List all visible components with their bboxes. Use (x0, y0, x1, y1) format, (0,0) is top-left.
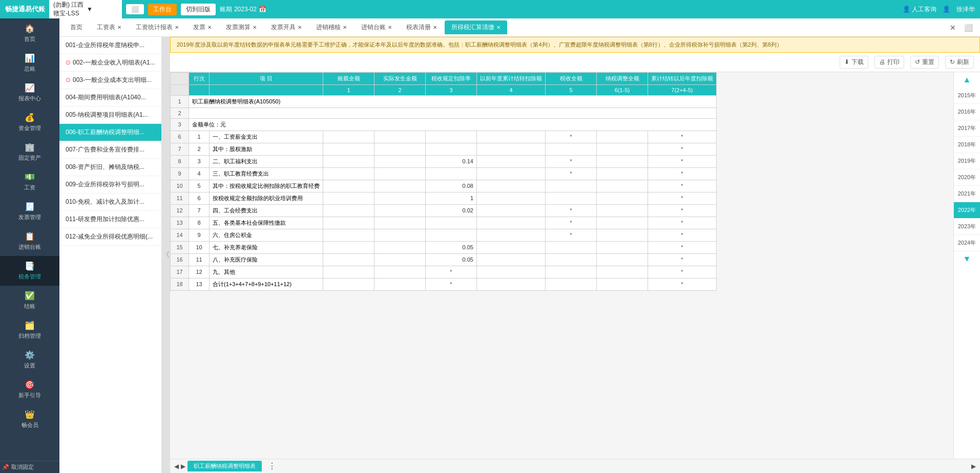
g-1: * (546, 131, 597, 143)
sheet-nav-left[interactable]: ◀ (174, 463, 179, 470)
sidebar-item-invoice-mgmt[interactable]: 🧾 发票管理 (0, 197, 59, 226)
c-5 (323, 180, 374, 192)
year-2024[interactable]: 2024年 (954, 235, 980, 251)
f-13 (477, 278, 546, 290)
year-2021[interactable]: 2021年 (954, 186, 980, 202)
tab-tax-clearance-close[interactable]: ✕ (433, 25, 437, 30)
tab-bar: 首页 工资表 ✕ 工资统计报表 ✕ 发票 ✕ 发票测算 ✕ 发票开具 ✕ (59, 18, 980, 37)
tab-salary-report-close[interactable]: ✕ (175, 25, 179, 30)
e-6: 1 (426, 192, 477, 204)
collapse-btn[interactable]: 《 (162, 37, 170, 473)
sheet-scroll-right[interactable]: ▶ (971, 463, 976, 470)
year-2015[interactable]: 2015年 (954, 88, 980, 104)
line-8: 8 (189, 217, 210, 229)
sheet-nav-arrows[interactable]: ◀ ▶ (174, 463, 185, 470)
tab-invoice-close[interactable]: ✕ (207, 25, 212, 30)
subrow-i: 7(2+4-5) (648, 84, 717, 95)
year-2019[interactable]: 2019年 (954, 153, 980, 169)
g-11 (546, 253, 597, 266)
tab-invoice-calc-close[interactable]: ✕ (253, 25, 257, 30)
year-nav-down[interactable]: ▼ (960, 251, 974, 267)
sidebar-item-newbie[interactable]: 🎯 新手引导 (0, 375, 59, 404)
tab-income-tax[interactable]: 所得税汇算清缴 ✕ (445, 20, 507, 34)
top-bar-right: 👤 人工客询 👤 徐泽华 (903, 5, 975, 14)
sheet-tab-active[interactable]: 职工薪酬纳税调整明细表 (187, 461, 262, 471)
sidebar-item-settings[interactable]: ⚙️ 设置 (0, 345, 59, 375)
tab-invoice[interactable]: 发票 ✕ (186, 20, 218, 34)
maximize-btn[interactable]: ⬜ (961, 23, 976, 33)
left-nav-item-001[interactable]: 001-企业所得税年度纳税申... (59, 37, 161, 54)
left-nav-item-011[interactable]: 011-研发费用加计扣除优惠... (59, 211, 161, 228)
left-nav-item-006[interactable]: 006-职工薪酬纳税调整明细... (59, 124, 161, 141)
sheet-nav-right[interactable]: ▶ (181, 463, 185, 470)
tab-purchase-verify[interactable]: 进销稽核 ✕ (309, 20, 353, 34)
table-row: 13 8 五、各类基本社会保障性缴款 * * (171, 217, 717, 229)
year-2020[interactable]: 2020年 (954, 169, 980, 186)
tab-salary[interactable]: 工资表 ✕ (90, 20, 128, 34)
year-2016[interactable]: 2016年 (954, 104, 980, 120)
print-btn[interactable]: 🖨 打印 (874, 56, 904, 69)
year-nav-up[interactable]: ▲ (960, 72, 974, 88)
left-nav-item-005[interactable]: 005-纳税调整项目明细表(A1... (59, 106, 161, 124)
left-nav-item-009[interactable]: 009-企业所得税弥补亏损明... (59, 176, 161, 193)
service-btn[interactable]: 👤 人工客询 (903, 5, 936, 14)
table-wrapper[interactable]: 行次 项 目 账载全额 实际发生金额 税收规定扣除率 以前年度累计结转扣除额 税… (170, 72, 953, 459)
tab-income-tax-close[interactable]: ✕ (496, 25, 501, 30)
tab-home[interactable]: 首页 (64, 20, 89, 34)
sidebar-label-ledger: 总账 (24, 65, 35, 73)
col-h-header: 纳税调整全额 (597, 72, 648, 84)
table-row: 1 职工薪酬纳税调整明细表(A105050) (171, 95, 717, 107)
sheet-more-btn[interactable]: ⋮ (268, 461, 276, 471)
tab-purchase-ledger-close[interactable]: ✕ (388, 25, 392, 30)
tab-invoice-open-close[interactable]: ✕ (298, 25, 302, 30)
left-nav-item-007[interactable]: 007-广告费和业务宣传费排... (59, 141, 161, 159)
close-all-btn[interactable]: ✕ (947, 23, 959, 33)
company-selector[interactable]: (勿删) 江西赣宝-LSS ▼ (49, 0, 122, 19)
sidebar-item-tax-mgmt[interactable]: 📑 税务管理 (0, 256, 59, 286)
rownum-11: 11 (171, 192, 189, 204)
refresh-btn[interactable]: ↻ 刷新 (945, 56, 974, 69)
tab-invoice-open[interactable]: 发票开具 ✕ (264, 20, 308, 34)
tab-purchase-verify-close[interactable]: ✕ (343, 25, 347, 30)
cancel-fixed-icon: 📌 (2, 464, 9, 470)
left-nav-item-003[interactable]: ⊙003-一般企业成本支出明细... (59, 72, 161, 89)
download-btn[interactable]: ⬇ 下载 (840, 56, 868, 69)
left-nav-item-010[interactable]: 010-免税、减计收入及加计... (59, 193, 161, 211)
sidebar-item-member[interactable]: 👑 畅会员 (0, 404, 59, 434)
sidebar-item-sales-ledger[interactable]: 📋 进销台账 (0, 226, 59, 256)
user-avatar[interactable]: 👤 (943, 6, 950, 13)
left-nav-item-004[interactable]: 004-期间费用明细表(A1040... (59, 89, 161, 106)
year-2017[interactable]: 2017年 (954, 120, 980, 137)
sidebar-item-ledger[interactable]: 📊 总账 (0, 48, 59, 78)
f-4 (477, 167, 546, 180)
report-icon: 📈 (25, 83, 35, 93)
sidebar-item-report[interactable]: 📈 报表中心 (0, 78, 59, 107)
left-nav-item-008[interactable]: 008-资产折旧、摊销及纳税... (59, 159, 161, 176)
reset-btn[interactable]: ↺ 重置 (910, 56, 939, 69)
d-10 (374, 241, 426, 253)
left-nav-item-012[interactable]: 012-减免企业所得税优惠明细(... (59, 228, 161, 246)
year-2018[interactable]: 2018年 (954, 137, 980, 153)
sidebar-item-archive[interactable]: 🗂️ 归档管理 (0, 315, 59, 345)
sidebar-item-home[interactable]: 🏠 首页 (0, 18, 59, 48)
tab-salary-report[interactable]: 工资统计报表 ✕ (129, 20, 185, 34)
switch-old-btn[interactable]: 切到旧版 (181, 4, 216, 15)
workspace-btn[interactable]: 工作台 (148, 4, 177, 15)
copy-btn[interactable]: ⬜ (126, 4, 144, 14)
tab-invoice-calc[interactable]: 发票测算 ✕ (219, 20, 263, 34)
tab-salary-close[interactable]: ✕ (117, 25, 121, 30)
sidebar-item-asset-mgmt[interactable]: 💰 资金管理 (0, 107, 59, 137)
c-2 (323, 143, 374, 155)
tab-purchase-ledger[interactable]: 进销台账 ✕ (355, 20, 399, 34)
tab-tax-clearance[interactable]: 税表清册 ✕ (400, 20, 444, 34)
year-2023[interactable]: 2023年 (954, 219, 980, 235)
sidebar-item-settle[interactable]: ✅ 结账 (0, 286, 59, 315)
sidebar-item-salary[interactable]: 💵 工资 (0, 167, 59, 197)
g-8: * (546, 217, 597, 229)
i-3: * (648, 155, 717, 167)
year-2022[interactable]: 2022年 (954, 202, 980, 219)
sidebar-item-fixed-asset[interactable]: 🏢 固定资产 (0, 137, 59, 167)
left-nav-item-002[interactable]: ⊙002-一般企业收入明细表(A1... (59, 54, 161, 72)
cancel-fixed-btn[interactable]: 📌 取消固定 (0, 461, 59, 473)
sheet-tab-bar: ◀ ▶ 职工薪酬纳税调整明细表 ⋮ ▶ (170, 459, 980, 473)
